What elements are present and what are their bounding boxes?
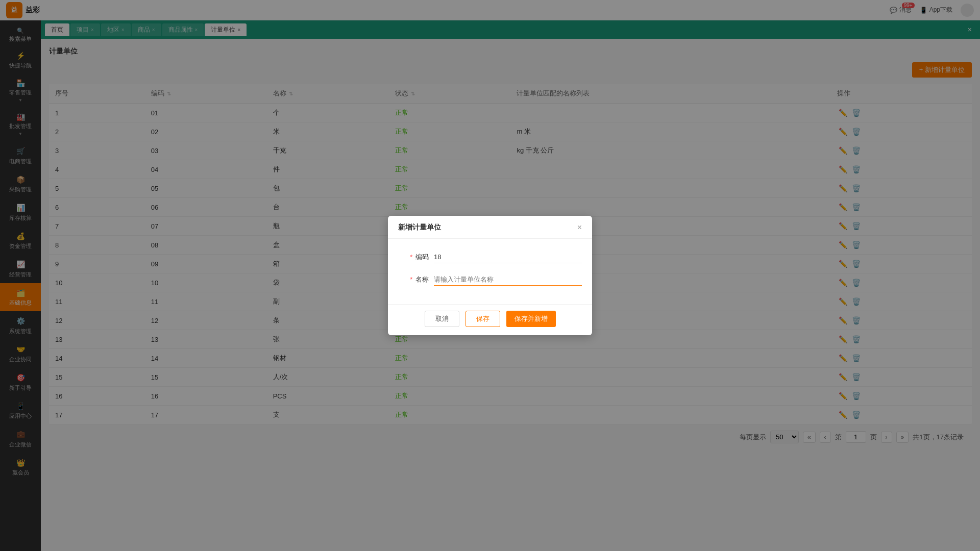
save-and-new-button[interactable]: 保存并新增 [506, 311, 556, 327]
dialog-body: * 编码 * 名称 [388, 239, 592, 304]
dialog-close-button[interactable]: × [577, 223, 582, 232]
code-form-item: * 编码 [398, 251, 582, 263]
dialog-overlay[interactable]: 新增计量单位 × * 编码 * 名称 取消 保存 保存并新增 [0, 0, 980, 551]
save-button[interactable]: 保存 [465, 311, 500, 327]
dialog-title: 新增计量单位 [398, 223, 441, 232]
dialog-footer: 取消 保存 保存并新增 [388, 304, 592, 335]
name-label: * 名称 [398, 275, 429, 284]
required-star: * [410, 253, 412, 261]
code-label: * 编码 [398, 253, 429, 262]
required-star: * [410, 276, 412, 283]
name-input[interactable] [434, 273, 582, 286]
add-unit-dialog: 新增计量单位 × * 编码 * 名称 取消 保存 保存并新增 [388, 216, 592, 335]
cancel-button[interactable]: 取消 [425, 311, 459, 327]
dialog-header: 新增计量单位 × [388, 216, 592, 239]
code-input[interactable] [434, 251, 582, 263]
name-form-item: * 名称 [398, 273, 582, 286]
